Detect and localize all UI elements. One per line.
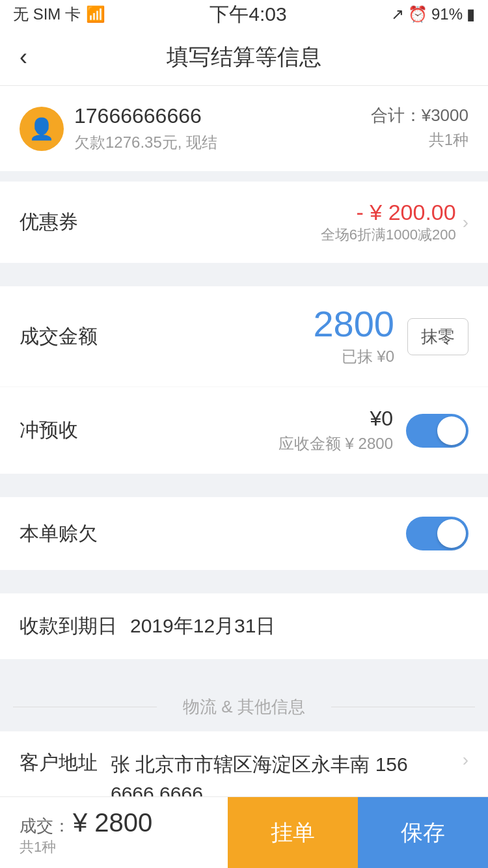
bottom-deal-amount: ¥ 2800 bbox=[73, 808, 152, 837]
avatar: 👤 bbox=[20, 107, 64, 151]
content: 👤 17666666666 欠款1276.35元, 现结 合计：¥3000 共1… bbox=[0, 86, 488, 868]
wifi-icon: 📶 bbox=[86, 5, 105, 23]
amount-zeroed: 已抹 ¥0 bbox=[313, 346, 394, 367]
section-divider-3 bbox=[0, 580, 488, 593]
status-time: 下午4:03 bbox=[210, 1, 286, 28]
round-zero-button[interactable]: 抹零 bbox=[407, 318, 468, 355]
status-bar: 无 SIM 卡 📶 下午4:03 ↗ ⏰ 91% ▮ bbox=[0, 0, 488, 29]
coupon-right: - ¥ 200.00 全场6折满1000减200 › bbox=[321, 200, 468, 245]
prepay-label: 冲预收 bbox=[20, 417, 78, 444]
bottom-summary: 成交： ¥ 2800 共1种 bbox=[0, 808, 228, 857]
deal-label: 成交金额 bbox=[20, 323, 98, 350]
form-section-deferred: 本单赊欠 bbox=[0, 497, 488, 570]
section-divider-4 bbox=[0, 670, 488, 683]
customer-phone: 17666666666 bbox=[74, 104, 217, 128]
battery-text: 91% bbox=[431, 5, 463, 23]
customer-right: 合计：¥3000 共1种 bbox=[371, 104, 468, 150]
bottom-deal-label: 成交： bbox=[20, 815, 70, 837]
logistics-line-left bbox=[13, 707, 157, 707]
logistics-text: 物流 & 其他信息 bbox=[183, 696, 305, 718]
save-button[interactable]: 保存 bbox=[358, 797, 488, 869]
coupon-row[interactable]: 优惠券 - ¥ 200.00 全场6折满1000减200 › bbox=[0, 182, 488, 263]
deal-amount-value: 2800 bbox=[313, 306, 394, 342]
customer-left: 👤 17666666666 欠款1276.35元, 现结 bbox=[20, 104, 217, 153]
coupon-desc-wrap: - ¥ 200.00 全场6折满1000减200 bbox=[321, 200, 456, 245]
chevron-right-icon: › bbox=[463, 212, 468, 233]
deferred-label: 本单赊欠 bbox=[20, 521, 98, 547]
nav-bar: ‹ 填写结算等信息 bbox=[0, 29, 488, 86]
alarm-icon: ⏰ bbox=[408, 5, 427, 23]
bottom-bar: 成交： ¥ 2800 共1种 挂单 保存 bbox=[0, 796, 488, 868]
customer-card: 👤 17666666666 欠款1276.35元, 现结 合计：¥3000 共1… bbox=[0, 86, 488, 171]
status-right: ↗ ⏰ 91% ▮ bbox=[391, 5, 475, 23]
prepay-right: ¥0 应收金额 ¥ 2800 bbox=[278, 407, 468, 454]
prepay-toggle[interactable] bbox=[406, 414, 468, 448]
prepay-receivable: 应收金额 ¥ 2800 bbox=[278, 433, 393, 454]
address-label: 客户地址 bbox=[20, 750, 98, 776]
hold-button[interactable]: 挂单 bbox=[228, 797, 358, 869]
bottom-deal-row: 成交： ¥ 2800 bbox=[20, 808, 208, 837]
amount-right: 2800 已抹 ¥0 抹零 bbox=[313, 306, 468, 367]
total-count: 共1种 bbox=[371, 129, 468, 150]
section-divider-1 bbox=[0, 273, 488, 286]
address-chevron-icon: › bbox=[463, 750, 468, 770]
customer-info: 17666666666 欠款1276.35元, 现结 bbox=[74, 104, 217, 153]
coupon-desc: 全场6折满1000减200 bbox=[321, 225, 456, 245]
coupon-label: 优惠券 bbox=[20, 209, 78, 236]
due-date-label: 收款到期日 bbox=[20, 613, 117, 640]
coupon-discount: - ¥ 200.00 bbox=[357, 200, 456, 225]
deferred-row: 本单赊欠 bbox=[0, 497, 488, 570]
location-icon: ↗ bbox=[391, 5, 404, 23]
due-date-row: 收款到期日 2019年12月31日 bbox=[0, 593, 488, 659]
logistics-divider: 物流 & 其他信息 bbox=[0, 683, 488, 731]
total-label: 合计：¥3000 bbox=[371, 104, 468, 127]
bottom-deal-count: 共1种 bbox=[20, 837, 208, 857]
page-title: 填写结算等信息 bbox=[167, 42, 321, 72]
form-section-deal: 成交金额 2800 已抹 ¥0 抹零 冲预收 ¥0 应收金额 ¥ 2800 bbox=[0, 286, 488, 474]
deferred-toggle[interactable] bbox=[406, 517, 468, 550]
prepay-amount-wrap: ¥0 应收金额 ¥ 2800 bbox=[278, 407, 393, 454]
customer-debt: 欠款1276.35元, 现结 bbox=[74, 132, 217, 153]
deal-amount-row: 成交金额 2800 已抹 ¥0 抹零 bbox=[0, 286, 488, 387]
status-left: 无 SIM 卡 📶 bbox=[13, 4, 105, 25]
section-divider-2 bbox=[0, 484, 488, 497]
logistics-line-right bbox=[331, 707, 475, 707]
due-date-value: 2019年12月31日 bbox=[130, 613, 275, 640]
battery-icon: ▮ bbox=[467, 5, 475, 23]
amount-value-wrap: 2800 已抹 ¥0 bbox=[313, 306, 394, 367]
prepay-row: 冲预收 ¥0 应收金额 ¥ 2800 bbox=[0, 387, 488, 474]
back-button[interactable]: ‹ bbox=[20, 44, 27, 71]
carrier-text: 无 SIM 卡 bbox=[13, 4, 81, 25]
prepay-amount: ¥0 bbox=[278, 407, 393, 431]
